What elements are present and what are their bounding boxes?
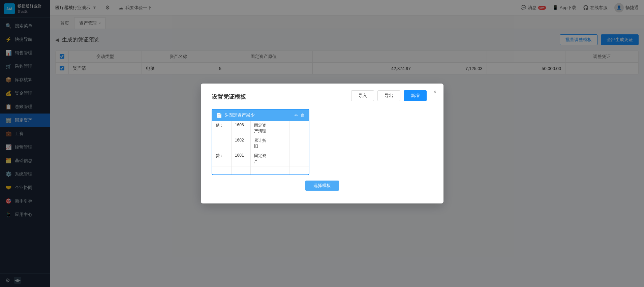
entry-direction: 借： <box>212 121 232 136</box>
template-list: 📄 5-固定资产减少 ✏ 🗑 借： 1606 固定资产清理 1602 累计折旧 … <box>212 109 433 175</box>
template-card-header: 📄 5-固定资产减少 ✏ 🗑 <box>212 109 309 121</box>
entry-code: 1606 <box>232 121 251 136</box>
template-delete-btn[interactable]: 🗑 <box>300 113 305 118</box>
entry-credit <box>289 121 308 136</box>
template-card-actions: ✏ 🗑 <box>295 113 305 118</box>
entry-debit <box>270 151 289 166</box>
entry-account <box>251 166 270 174</box>
entry-debit <box>270 121 289 136</box>
template-entry-row: 贷： 1601 固定资产 <box>212 151 309 166</box>
entry-direction <box>212 166 232 174</box>
template-card-5: 📄 5-固定资产减少 ✏ 🗑 借： 1606 固定资产清理 1602 累计折旧 … <box>212 109 309 175</box>
entry-code <box>232 166 251 174</box>
template-doc-icon: 📄 <box>216 113 222 118</box>
import-btn[interactable]: 导入 <box>351 90 374 101</box>
entry-debit <box>270 166 289 174</box>
entry-account: 固定资产 <box>251 151 270 166</box>
template-entry-row: 借： 1606 固定资产清理 <box>212 121 309 136</box>
voucher-template-modal: × 设置凭证模板 导入 导出 新增 📄 5-固定资产减少 ✏ 🗑 借： 1606 <box>201 84 443 203</box>
entry-code: 1602 <box>232 136 251 151</box>
modal-overlay: × 设置凭证模板 导入 导出 新增 📄 5-固定资产减少 ✏ 🗑 借： 1606 <box>0 0 644 287</box>
modal-close-btn[interactable]: × <box>431 88 439 96</box>
template-entry-row <box>212 166 309 174</box>
entry-credit <box>289 166 308 174</box>
select-template-btn[interactable]: 选择模板 <box>305 181 339 191</box>
template-card-title: 5-固定资产减少 <box>225 112 292 118</box>
new-template-btn[interactable]: 新增 <box>404 90 427 101</box>
entry-account: 累计折旧 <box>251 136 270 151</box>
template-entry-row: 1602 累计折旧 <box>212 136 309 151</box>
modal-header-actions: 导入 导出 新增 <box>351 90 427 101</box>
entry-account: 固定资产清理 <box>251 121 270 136</box>
entry-credit <box>289 151 308 166</box>
entry-direction <box>212 136 232 151</box>
template-edit-btn[interactable]: ✏ <box>295 113 298 118</box>
template-entries: 借： 1606 固定资产清理 1602 累计折旧 贷： 1601 固定资产 <box>212 121 309 174</box>
export-btn[interactable]: 导出 <box>377 90 400 101</box>
entry-debit <box>270 136 289 151</box>
entry-code: 1601 <box>232 151 251 166</box>
entry-credit <box>289 136 308 151</box>
entry-direction: 贷： <box>212 151 232 166</box>
template-card-body: 借： 1606 固定资产清理 1602 累计折旧 贷： 1601 固定资产 <box>212 121 309 174</box>
